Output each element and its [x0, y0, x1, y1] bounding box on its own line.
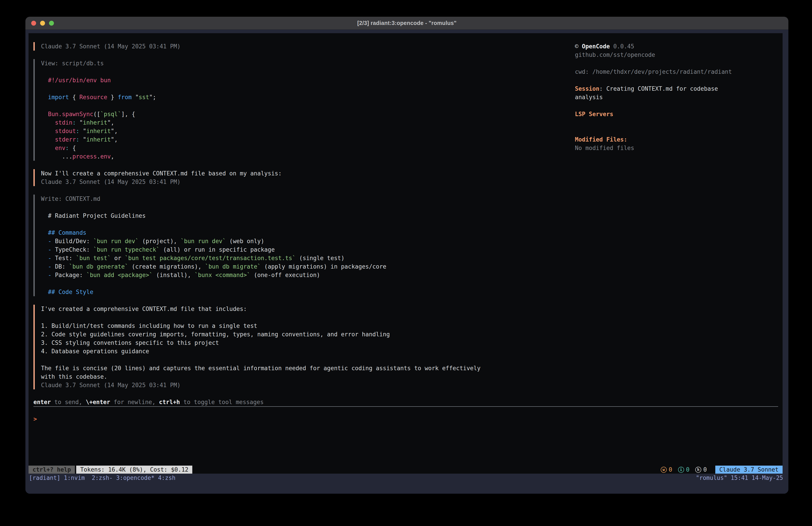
terminal-line: Claude 3.7 Sonnet (14 May 2025 03:41 PM): [41, 177, 783, 186]
text-segment: Claude 3.7 Sonnet (14 May 2025 03:41 PM): [41, 179, 180, 185]
text-segment: ",: [111, 128, 118, 134]
text-segment: TypeCheck:: [55, 246, 93, 253]
text-segment: `bunx <command>`: [194, 272, 250, 279]
text-segment: Claude 3.7 Sonnet (14 May 2025 03:41 PM): [41, 43, 180, 50]
text-segment: ctrl+h: [159, 399, 180, 406]
text-segment: ([: [93, 111, 100, 117]
titlebar[interactable]: [2/3] radiant:3:opencode - "romulus": [25, 17, 788, 30]
text-segment: `bun add <package>`: [86, 272, 153, 279]
tokens-cost-chip: Tokens: 16.4K (8%), Cost: $0.12: [76, 466, 192, 474]
terminal-line: - DB: `bun db generate` (create migratio…: [41, 262, 783, 271]
text-segment: Session: [575, 85, 599, 92]
text-segment: Write: CONTEXT.md: [41, 196, 100, 202]
text-segment: ": [79, 128, 86, 134]
maximize-button[interactable]: [49, 21, 54, 26]
text-segment: (all) or run in specific package: [160, 246, 275, 253]
terminal-line: analysis: [575, 93, 780, 101]
terminal-view: Claude 3.7 Sonnet (14 May 2025 03:41 PM)…: [25, 30, 788, 494]
minimize-button[interactable]: [40, 21, 45, 26]
text-segment: env: [55, 145, 66, 151]
text-segment: stdout: [55, 128, 76, 134]
text-segment: 4. Database operations guidance: [41, 348, 149, 355]
terminal-window: [2/3] radiant:3:opencode - "romulus" Cla…: [25, 17, 788, 494]
text-segment: :: [66, 145, 69, 151]
prompt-input[interactable]: >: [33, 415, 783, 423]
text-segment: (install),: [153, 272, 194, 279]
text-segment: OpenCode: [582, 43, 610, 50]
terminal-line: [575, 118, 780, 127]
text-segment: :: [72, 119, 76, 126]
text-segment: import: [48, 94, 69, 100]
terminal-line: Claude 3.7 Sonnet (14 May 2025 03:41 PM): [41, 381, 783, 389]
text-segment: `bun db generate`: [69, 263, 128, 270]
text-segment: analysis: [575, 94, 603, 100]
terminal-line: The file is concise (20 lines) and captu…: [41, 364, 783, 372]
text-segment: with this codebase.: [41, 373, 107, 380]
text-segment: -: [41, 246, 55, 253]
text-segment: to toggle tool messages: [180, 399, 264, 406]
text-segment: or: [111, 255, 125, 261]
text-segment: Modified Files:: [575, 136, 627, 143]
text-segment: ",: [107, 119, 114, 126]
terminal-line: [41, 203, 783, 212]
text-segment: `bun test packages/core/test/transaction…: [125, 255, 296, 261]
opencode-tui: Claude 3.7 Sonnet (14 May 2025 03:41 PM)…: [29, 33, 783, 474]
terminal-line: ## Commands: [41, 228, 783, 237]
terminal-line: [575, 59, 780, 68]
terminal-line: [575, 127, 780, 135]
text-segment: {: [69, 145, 76, 151]
desktop: [2/3] radiant:3:opencode - "romulus" Cla…: [0, 0, 812, 526]
text-segment: LSP Servers: [575, 111, 613, 117]
text-segment: :: [76, 136, 79, 143]
traffic-lights: [31, 17, 54, 29]
terminal-line: [41, 279, 783, 288]
text-segment: github.com/sst/opencode: [575, 52, 655, 58]
terminal-line: - TypeCheck: `bun run typecheck` (all) o…: [41, 245, 783, 254]
text-segment: I've created a comprehensive CONTEXT.md …: [41, 305, 247, 312]
text-segment: 1. Build/lint/test commands including ho…: [41, 323, 257, 329]
text-segment: (one-off execution): [250, 272, 320, 279]
terminal-line: [575, 101, 780, 110]
terminal-line: # Radiant Project Guidelines: [41, 212, 783, 220]
text-segment: `psql`: [100, 111, 121, 117]
text-segment: env: [100, 153, 111, 160]
hint-icon: h: [695, 467, 701, 473]
terminal-line: [575, 76, 780, 84]
text-segment: :: [76, 128, 79, 134]
text-segment: -: [41, 238, 55, 244]
text-segment: `bun run dev`: [180, 238, 226, 244]
text-segment: `bun db migrate`: [205, 263, 261, 270]
text-segment: inherit: [86, 136, 111, 143]
text-segment: enter: [33, 399, 51, 406]
terminal-line: with this codebase.: [41, 372, 783, 381]
text-segment: Build/Dev:: [55, 238, 93, 244]
text-segment: Test:: [55, 255, 76, 261]
text-segment: ## Code Style: [41, 289, 93, 295]
text-segment: ": [76, 119, 83, 126]
message-block: Now I'll create a comprehensive CONTEXT.…: [33, 169, 783, 186]
tmux-session-windows[interactable]: [radiant] 1:nvim 2:zsh- 3:opencode* 4:zs…: [29, 474, 175, 482]
terminal-line: Now I'll create a comprehensive CONTEXT.…: [41, 169, 783, 177]
input-divider: [33, 406, 778, 407]
terminal-line: No modified files: [575, 144, 780, 152]
text-segment: \+enter: [86, 399, 110, 406]
text-segment: # Radiant Project Guidelines: [41, 212, 146, 219]
text-segment: to send,: [51, 399, 86, 406]
text-segment: ": [79, 136, 86, 143]
model-chip[interactable]: Claude 3.7 Sonnet: [715, 466, 783, 474]
text-segment: (web only): [226, 238, 264, 244]
text-segment: (create migrations),: [128, 263, 205, 270]
text-segment: (project),: [139, 238, 180, 244]
text-segment: ",: [111, 136, 118, 143]
text-segment: sst: [139, 94, 149, 100]
close-button[interactable]: [31, 21, 36, 26]
message-block: I've created a comprehensive CONTEXT.md …: [33, 305, 783, 389]
info-count: i0: [678, 466, 690, 473]
text-segment: ,: [111, 153, 114, 160]
terminal-line: Write: CONTEXT.md: [41, 195, 783, 203]
text-segment: Bun.spawnSync: [48, 111, 93, 117]
text-segment: Resource: [79, 94, 107, 100]
text-segment: -: [41, 272, 55, 279]
text-segment: [41, 94, 48, 100]
terminal-line: © OpenCode 0.0.45: [575, 42, 780, 51]
